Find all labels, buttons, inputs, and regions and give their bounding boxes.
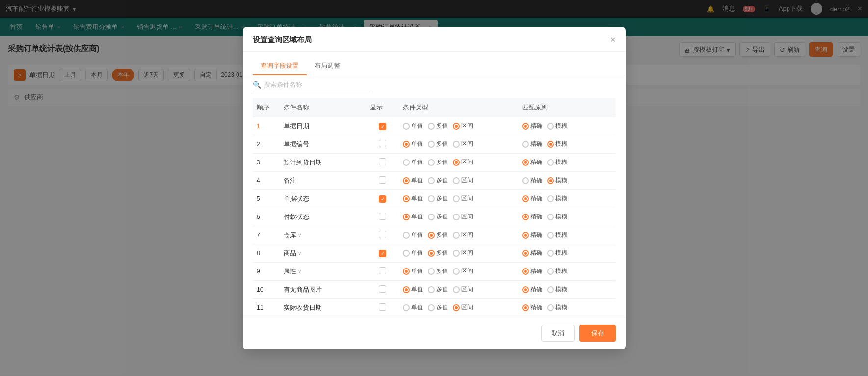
type-option-单值[interactable]: 单值 xyxy=(403,213,423,221)
match-option-模糊[interactable]: 模糊 xyxy=(547,267,567,275)
radio-label: 单值 xyxy=(411,176,423,185)
type-radio-group: 单值多值区间 xyxy=(403,213,514,221)
type-option-区间[interactable]: 区间 xyxy=(453,285,473,294)
radio-circle xyxy=(428,304,435,311)
match-option-精确[interactable]: 精确 xyxy=(522,122,542,130)
expand-arrow-icon[interactable]: ∨ xyxy=(298,250,301,256)
row-type: 单值多值区间 xyxy=(399,189,518,208)
match-option-精确[interactable]: 精确 xyxy=(522,249,542,257)
row-display xyxy=(366,262,398,280)
match-option-模糊[interactable]: 模糊 xyxy=(547,213,567,221)
type-option-单值[interactable]: 单值 xyxy=(403,194,423,203)
match-option-模糊[interactable]: 模糊 xyxy=(547,231,567,239)
match-option-模糊[interactable]: 模糊 xyxy=(547,176,567,185)
save-button[interactable]: 保存 xyxy=(579,325,616,342)
match-radio-group: 精确模糊 xyxy=(522,140,612,148)
match-option-精确[interactable]: 精确 xyxy=(522,285,542,294)
display-checkbox[interactable] xyxy=(379,176,386,184)
condition-name: 实际收货日期 xyxy=(284,304,322,311)
tab-layout-adjust[interactable]: 布局调整 xyxy=(307,57,348,75)
match-option-模糊[interactable]: 模糊 xyxy=(547,249,567,257)
radio-circle xyxy=(547,123,554,130)
display-checkbox[interactable] xyxy=(379,267,386,274)
radio-circle xyxy=(522,286,529,293)
row-match: 精确模糊 xyxy=(518,117,616,135)
type-option-多值[interactable]: 多值 xyxy=(428,303,448,312)
type-option-区间[interactable]: 区间 xyxy=(453,158,473,166)
display-checkbox[interactable] xyxy=(379,231,386,238)
match-option-模糊[interactable]: 模糊 xyxy=(547,285,567,294)
row-order: 5 xyxy=(253,189,280,208)
type-option-多值[interactable]: 多值 xyxy=(428,122,448,130)
modal-footer: 取消 保存 xyxy=(243,317,626,349)
order-num: 9 xyxy=(257,268,260,275)
radio-label: 精确 xyxy=(530,285,542,294)
match-option-精确[interactable]: 精确 xyxy=(522,140,542,148)
match-option-精确[interactable]: 精确 xyxy=(522,267,542,275)
match-option-模糊[interactable]: 模糊 xyxy=(547,122,567,130)
row-name: 单据日期 xyxy=(280,117,367,135)
modal-close-button[interactable]: × xyxy=(610,35,616,45)
type-option-区间[interactable]: 区间 xyxy=(453,194,473,203)
expand-arrow-icon[interactable]: ∨ xyxy=(298,269,301,274)
search-input[interactable] xyxy=(264,81,362,88)
row-type: 单值多值区间 xyxy=(399,280,518,298)
match-radio-group: 精确模糊 xyxy=(522,158,612,166)
type-option-区间[interactable]: 区间 xyxy=(453,267,473,275)
type-option-单值[interactable]: 单值 xyxy=(403,285,423,294)
display-checkbox[interactable] xyxy=(379,158,386,165)
type-option-多值[interactable]: 多值 xyxy=(428,285,448,294)
match-option-精确[interactable]: 精确 xyxy=(522,213,542,221)
match-option-模糊[interactable]: 模糊 xyxy=(547,158,567,166)
expand-arrow-icon[interactable]: ∨ xyxy=(298,232,301,238)
radio-label: 单值 xyxy=(411,303,423,312)
match-option-精确[interactable]: 精确 xyxy=(522,176,542,185)
type-option-单值[interactable]: 单值 xyxy=(403,140,423,148)
match-option-模糊[interactable]: 模糊 xyxy=(547,303,567,312)
type-option-单值[interactable]: 单值 xyxy=(403,158,423,166)
type-option-多值[interactable]: 多值 xyxy=(428,213,448,221)
match-option-模糊[interactable]: 模糊 xyxy=(547,140,567,148)
type-option-多值[interactable]: 多值 xyxy=(428,158,448,166)
type-option-多值[interactable]: 多值 xyxy=(428,267,448,275)
display-checkbox[interactable] xyxy=(379,195,386,203)
type-option-单值[interactable]: 单值 xyxy=(403,249,423,257)
display-checkbox[interactable] xyxy=(379,213,386,220)
type-option-区间[interactable]: 区间 xyxy=(453,176,473,185)
radio-label: 精确 xyxy=(530,231,542,239)
tab-query-fields[interactable]: 查询字段设置 xyxy=(253,57,307,75)
type-option-单值[interactable]: 单值 xyxy=(403,267,423,275)
display-checkbox[interactable] xyxy=(379,250,386,257)
type-option-单值[interactable]: 单值 xyxy=(403,176,423,185)
cancel-button[interactable]: 取消 xyxy=(541,325,575,342)
type-option-单值[interactable]: 单值 xyxy=(403,122,423,130)
match-option-精确[interactable]: 精确 xyxy=(522,231,542,239)
type-option-区间[interactable]: 区间 xyxy=(453,140,473,148)
type-option-多值[interactable]: 多值 xyxy=(428,176,448,185)
display-checkbox[interactable] xyxy=(379,285,386,293)
type-radio-group: 单值多值区间 xyxy=(403,285,514,294)
display-checkbox[interactable] xyxy=(379,140,386,147)
row-order: 3 xyxy=(253,153,280,171)
type-option-区间[interactable]: 区间 xyxy=(453,303,473,312)
display-checkbox[interactable] xyxy=(379,303,386,311)
type-option-区间[interactable]: 区间 xyxy=(453,122,473,130)
radio-label: 区间 xyxy=(461,285,473,294)
display-checkbox[interactable] xyxy=(379,123,386,130)
radio-circle xyxy=(403,214,410,220)
match-option-精确[interactable]: 精确 xyxy=(522,194,542,203)
type-option-区间[interactable]: 区间 xyxy=(453,249,473,257)
type-option-多值[interactable]: 多值 xyxy=(428,140,448,148)
type-option-区间[interactable]: 区间 xyxy=(453,213,473,221)
match-option-精确[interactable]: 精确 xyxy=(522,158,542,166)
match-option-模糊[interactable]: 模糊 xyxy=(547,194,567,203)
row-display xyxy=(366,298,398,317)
type-option-单值[interactable]: 单值 xyxy=(403,303,423,312)
match-option-精确[interactable]: 精确 xyxy=(522,303,542,312)
type-option-单值[interactable]: 单值 xyxy=(403,231,423,239)
radio-label: 精确 xyxy=(530,249,542,257)
type-option-区间[interactable]: 区间 xyxy=(453,231,473,239)
type-option-多值[interactable]: 多值 xyxy=(428,231,448,239)
type-option-多值[interactable]: 多值 xyxy=(428,249,448,257)
type-option-多值[interactable]: 多值 xyxy=(428,194,448,203)
